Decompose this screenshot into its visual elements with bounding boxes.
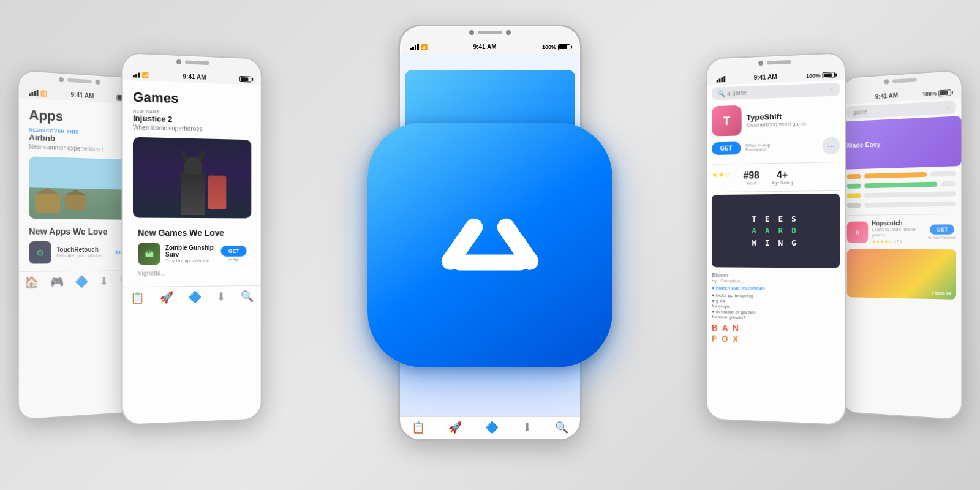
zombie-desc: Tour the apocalypse: [165, 257, 216, 263]
wifi-icon: 📶: [40, 90, 47, 97]
nav-updates-2[interactable]: ⬇: [217, 290, 226, 303]
hopscotch-icon: H: [847, 221, 868, 243]
touchretouch-icon: ⊙: [29, 241, 51, 264]
touchretouch-info: TouchRetouch Declutter your photos: [56, 246, 110, 258]
nav-search-3[interactable]: 🔍: [555, 421, 568, 434]
nav-apps-3[interactable]: 🔷: [485, 421, 499, 434]
phone-5-time: 9:41 AM: [875, 92, 898, 100]
search-bar-4[interactable]: 🔍 a game ✕: [712, 83, 840, 100]
bar4: [37, 89, 39, 96]
phone-5-screen: game ✕ Made Easy: [842, 98, 961, 420]
wifi-3: 📶: [421, 44, 428, 50]
phone-2-vol-down: [121, 134, 122, 153]
phone-1-bottom-nav: 🏠 🎮 🔷 ⬇ 🔍: [19, 270, 138, 295]
nav-games[interactable]: 🎮: [50, 275, 64, 289]
dot-4: [847, 203, 861, 208]
search-icon-4: 🔍: [718, 90, 725, 97]
search-icon-2: 🔍: [240, 290, 253, 303]
word-game-grid: T E E S A A R D W I N G: [712, 194, 840, 268]
nav-today[interactable]: 🏠: [24, 276, 39, 290]
grid-line-3: W I N G: [752, 237, 798, 249]
phone-1-camera: [59, 77, 64, 83]
ranking-category: Word: [744, 181, 760, 185]
app1-desc: Declutter your photos: [56, 253, 110, 258]
phone-2-screen: Games NEW GAME Injustice 2 When iconic s…: [123, 80, 261, 424]
vignette-label: Vignette...: [133, 266, 251, 279]
games-icon-3: 🚀: [448, 421, 462, 434]
hopscotch-row: H Hopscotch Learn to code, make your o..…: [842, 217, 961, 247]
new-apps-title: New Apps We Love: [24, 224, 133, 239]
zombie-row: 🏔 Zombie Gunship Surv Tour the apocalyps…: [133, 240, 251, 268]
nav-games-2[interactable]: 🚀: [160, 290, 173, 304]
phone-1-speaker: [67, 78, 92, 83]
clear-icon: ✕: [829, 86, 834, 93]
search-icon-3: 🔍: [555, 421, 568, 434]
phone-3-side-button: [581, 88, 582, 118]
phones-container: 📶 9:41 AM Apps REDISCOVER THIS Airbnb Ne…: [0, 0, 980, 490]
phone-3-speaker: [478, 31, 502, 34]
hopscotch-get-section: GET In-App Purchase: [928, 224, 956, 239]
phone-2-side-button: [262, 119, 262, 149]
nav-games-3[interactable]: 🚀: [448, 421, 462, 434]
phone-4-speaker: [767, 60, 791, 65]
game-search-text: game: [853, 108, 867, 116]
nav-updates[interactable]: ⬇: [100, 274, 109, 288]
phone-1: 📶 9:41 AM Apps REDISCOVER THIS Airbnb Ne…: [18, 69, 139, 420]
nav-apps[interactable]: 🔷: [75, 275, 89, 288]
today-icon-3: 📋: [412, 421, 425, 434]
bar-4: [864, 202, 956, 208]
nav-updates-3[interactable]: ⬇: [522, 421, 532, 434]
ratings-row: ★★☆ #98 Word 4+ Age Rating: [707, 165, 845, 189]
hopscotch-video[interactable]: Points 64 ▶: [847, 249, 956, 300]
word-grid-text: T E E S A A R D W I N G: [752, 213, 798, 249]
phone-1-screen: Apps REDISCOVER THIS Airbnb New summer e…: [19, 98, 138, 420]
search-bar-5[interactable]: game ✕: [847, 100, 956, 119]
typeshift-get-button[interactable]: GET: [712, 141, 741, 155]
nav-apps-2[interactable]: 🔷: [189, 290, 202, 304]
apps-icon-2: 🔷: [189, 290, 202, 304]
bar3: [34, 91, 36, 96]
clear-icon-5: ✕: [945, 104, 950, 111]
nav-search-2[interactable]: 🔍: [240, 290, 253, 303]
apps-icon: 🔷: [75, 275, 89, 288]
phone-1-time: 9:41 AM: [71, 91, 94, 99]
app1-name: TouchRetouch: [56, 246, 110, 253]
phone-5-battery: 100%: [922, 89, 951, 97]
hopscotch-get-button[interactable]: GET: [930, 224, 954, 234]
wifi-2: 📶: [141, 72, 148, 78]
nav-today-2[interactable]: 📋: [130, 291, 144, 305]
ranking-value: #98: [744, 170, 760, 181]
phone-1-apps-content: Apps REDISCOVER THIS Airbnb New summer e…: [19, 98, 138, 271]
phone-1-camera2: [96, 80, 100, 85]
more-button[interactable]: ···: [823, 137, 840, 154]
signal-bars-4: [717, 76, 726, 82]
phone-5-camera: [884, 79, 889, 84]
age-rating: 4+ Age Rating: [772, 170, 793, 186]
bar2: [31, 92, 33, 96]
typeshift-info: TypeShift Mesmerizing word game: [746, 110, 840, 127]
phone-2-title: Games: [128, 85, 256, 113]
dot-3: [847, 193, 861, 198]
phone-4: 9:41 AM 100% 🔍 a game ✕ T TypeShift Mesm…: [706, 52, 846, 426]
phone-4-camera: [758, 61, 763, 66]
signal-bars: [29, 89, 38, 96]
slider-row-4: [847, 202, 956, 208]
typeshift-header: T TypeShift Mesmerizing word game: [707, 98, 845, 140]
nav-today-3[interactable]: 📋: [412, 421, 425, 434]
dot-2: [847, 184, 861, 189]
updates-icon-3: ⬇: [522, 421, 532, 434]
ban-text: B A N: [712, 323, 740, 333]
zombie-get-button[interactable]: GET: [221, 246, 247, 257]
battery-pct-3: 100%: [542, 44, 556, 50]
phone-3-time: 9:41 AM: [473, 43, 496, 50]
battery-icon-5: [938, 89, 951, 96]
phone-2-camera: [176, 59, 181, 64]
phone-2-time: 9:41 AM: [183, 73, 206, 80]
in-app-label: In-App: [228, 258, 239, 262]
updates-icon-2: ⬇: [217, 290, 226, 303]
phone-3-battery: 100%: [542, 44, 570, 50]
phone-1-vol-up: [18, 127, 18, 146]
slider-row-2: [847, 181, 956, 189]
hopscotch-name: Hopscotch: [872, 220, 924, 227]
bar-2: [864, 182, 937, 189]
